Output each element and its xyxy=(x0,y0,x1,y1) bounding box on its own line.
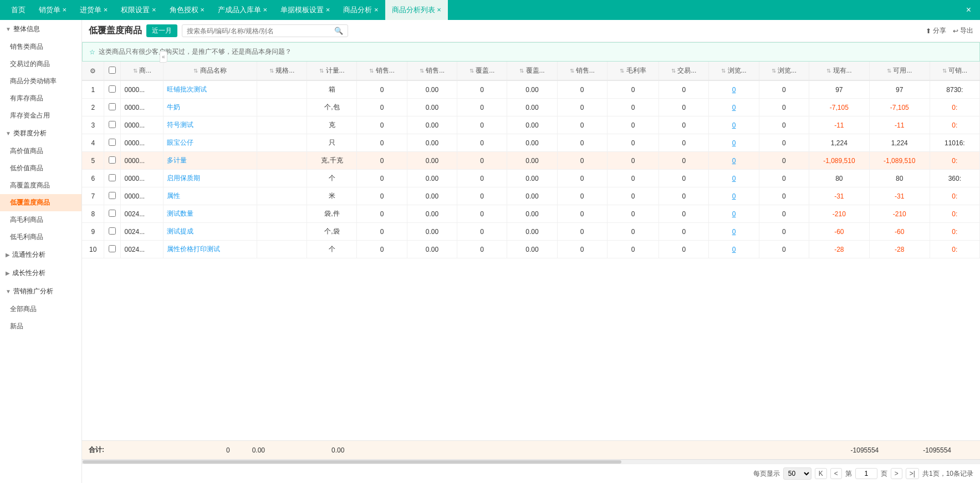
row-select-checkbox[interactable] xyxy=(109,103,116,110)
col-settings[interactable]: ⚙ xyxy=(82,62,104,80)
row-select-checkbox[interactable] xyxy=(109,139,116,146)
sidebar-item-inventory-capital[interactable]: 库存资金占用 xyxy=(0,107,81,124)
horizontal-scrollbar[interactable] xyxy=(82,459,980,464)
sidebar-section-flow[interactable]: ▶ 流通性分析 xyxy=(0,246,81,264)
sidebar-item-high-value[interactable]: 高价值商品 xyxy=(0,143,81,160)
col-sales-qty[interactable]: ⇅ 销售... xyxy=(357,62,407,80)
row-checkbox[interactable] xyxy=(104,187,121,205)
col-checkbox-all[interactable] xyxy=(104,62,121,80)
next-page-button[interactable]: > xyxy=(891,468,902,479)
last-page-button[interactable]: >| xyxy=(906,468,919,479)
col-saleable[interactable]: ⇅ 可销... xyxy=(930,62,979,80)
row-checkbox[interactable] xyxy=(104,241,121,258)
row-browse1[interactable]: 0 xyxy=(709,205,759,223)
nav-item-permissions[interactable]: 权限设置 × xyxy=(114,0,162,20)
sidebar-item-traded-goods[interactable]: 交易过的商品 xyxy=(0,55,81,73)
share-button[interactable]: ⬆ 分享 xyxy=(926,26,946,35)
nav-item-home[interactable]: 首页 xyxy=(4,0,32,20)
row-select-checkbox[interactable] xyxy=(109,174,116,181)
sidebar-item-sales-goods[interactable]: 销售类商品 xyxy=(0,38,81,55)
row-select-checkbox[interactable] xyxy=(109,192,116,199)
page-number-input[interactable] xyxy=(855,468,877,479)
row-name[interactable]: 旺铺批次测试 xyxy=(164,80,257,99)
row-browse1[interactable]: 0 xyxy=(709,152,759,170)
search-input[interactable] xyxy=(187,27,334,35)
row-name[interactable]: 属性 xyxy=(164,187,257,205)
sidebar-item-new-goods[interactable]: 新品 xyxy=(0,318,81,335)
row-checkbox[interactable] xyxy=(104,223,121,241)
sidebar-item-stocked-goods[interactable]: 有库存商品 xyxy=(0,90,81,107)
row-name[interactable]: 测试提成 xyxy=(164,223,257,241)
sidebar-section-cluster[interactable]: ▼ 类群度分析 xyxy=(0,124,81,143)
row-checkbox[interactable] xyxy=(104,134,121,152)
nav-item-sales[interactable]: 销货单 × xyxy=(32,0,73,20)
col-spec[interactable]: ⇅ 规格... xyxy=(257,62,307,80)
row-name[interactable]: 属性价格打印测试 xyxy=(164,241,257,258)
sidebar-section-overall[interactable]: ▼ 整体信息 xyxy=(0,20,81,38)
sidebar-section-marketing[interactable]: ▼ 营销推广分析 xyxy=(0,282,81,301)
col-browse1[interactable]: ⇅ 浏览... xyxy=(709,62,759,80)
row-browse1[interactable]: 0 xyxy=(709,80,759,99)
nav-item-templates[interactable]: 单据模板设置 × xyxy=(274,0,336,20)
row-browse1[interactable]: 0 xyxy=(709,187,759,205)
nav-item-product-analysis-list[interactable]: 商品分析列表 × xyxy=(385,0,448,20)
row-name[interactable]: 测试数量 xyxy=(164,205,257,223)
sidebar-item-category-rate[interactable]: 商品分类动销率 xyxy=(0,73,81,90)
sidebar-item-low-value[interactable]: 低价值商品 xyxy=(0,160,81,177)
row-browse1[interactable]: 0 xyxy=(709,134,759,152)
per-page-select[interactable]: 50 10 20 100 xyxy=(783,467,811,480)
col-sales3[interactable]: ⇅ 销售... xyxy=(557,62,607,80)
col-sales-amt[interactable]: ⇅ 销售... xyxy=(407,62,457,80)
nav-item-product-analysis[interactable]: 商品分析 × xyxy=(336,0,385,20)
col-transaction[interactable]: ⇅ 交易... xyxy=(659,62,709,80)
sidebar-section-growth[interactable]: ▶ 成长性分析 xyxy=(0,264,81,282)
row-name[interactable]: 启用保质期 xyxy=(164,170,257,187)
col-gross-margin[interactable]: ⇅ 毛利率 xyxy=(607,62,659,80)
sidebar-item-high-profit[interactable]: 高毛利商品 xyxy=(0,211,81,228)
sidebar-item-low-profit[interactable]: 低毛利商品 xyxy=(0,228,81,246)
nav-item-roles[interactable]: 角色授权 × xyxy=(163,0,211,20)
table-container[interactable]: ⚙ ⇅ 商... ⇅ 商品名称 ⇅ 规格... ⇅ 计量... ⇅ 销售... … xyxy=(82,62,980,440)
col-coverage2[interactable]: ⇅ 覆盖... xyxy=(507,62,557,80)
col-browse2[interactable]: ⇅ 浏览... xyxy=(759,62,809,80)
row-name[interactable]: 符号测试 xyxy=(164,116,257,134)
row-checkbox[interactable] xyxy=(104,170,121,187)
col-code[interactable]: ⇅ 商... xyxy=(121,62,164,80)
sidebar-collapse-btn[interactable]: « xyxy=(160,51,167,63)
date-filter-button[interactable]: 近一月 xyxy=(146,24,177,37)
prev-page-button[interactable]: < xyxy=(830,468,842,479)
nav-item-product-entry[interactable]: 产成品入库单 × xyxy=(211,0,274,20)
row-browse1[interactable]: 0 xyxy=(709,116,759,134)
row-name[interactable]: 多计量 xyxy=(164,152,257,170)
row-browse1[interactable]: 0 xyxy=(709,241,759,258)
sidebar-item-low-coverage[interactable]: 低覆盖度商品 xyxy=(0,194,81,211)
col-unit[interactable]: ⇅ 计量... xyxy=(307,62,357,80)
sidebar-item-high-coverage[interactable]: 高覆盖度商品 xyxy=(0,177,81,194)
row-name[interactable]: 眼宝公仔 xyxy=(164,134,257,152)
row-checkbox[interactable] xyxy=(104,152,121,170)
row-checkbox[interactable] xyxy=(104,99,121,116)
first-page-button[interactable]: K xyxy=(815,468,827,479)
row-select-checkbox[interactable] xyxy=(109,245,116,252)
row-select-checkbox[interactable] xyxy=(109,121,116,128)
row-select-checkbox[interactable] xyxy=(109,85,116,93)
export-button[interactable]: ↩ 导出 xyxy=(953,26,973,35)
row-browse1[interactable]: 0 xyxy=(709,99,759,116)
row-checkbox[interactable] xyxy=(104,116,121,134)
row-name[interactable]: 牛奶 xyxy=(164,99,257,116)
row-select-checkbox[interactable] xyxy=(109,227,116,235)
col-coverage1[interactable]: ⇅ 覆盖... xyxy=(457,62,507,80)
row-checkbox[interactable] xyxy=(104,80,121,99)
select-all-checkbox[interactable] xyxy=(109,67,116,74)
row-browse1[interactable]: 0 xyxy=(709,170,759,187)
row-select-checkbox[interactable] xyxy=(109,156,116,164)
col-available[interactable]: ⇅ 可用... xyxy=(869,62,930,80)
col-name[interactable]: ⇅ 商品名称 xyxy=(164,62,257,80)
row-browse1[interactable]: 0 xyxy=(709,223,759,241)
close-icon[interactable]: × xyxy=(962,5,976,15)
row-select-checkbox[interactable] xyxy=(109,210,116,217)
row-checkbox[interactable] xyxy=(104,205,121,223)
sidebar-item-all-goods[interactable]: 全部商品 xyxy=(0,301,81,318)
col-current-stock[interactable]: ⇅ 现有... xyxy=(809,62,869,80)
nav-item-purchase[interactable]: 进货单 × xyxy=(73,0,114,20)
